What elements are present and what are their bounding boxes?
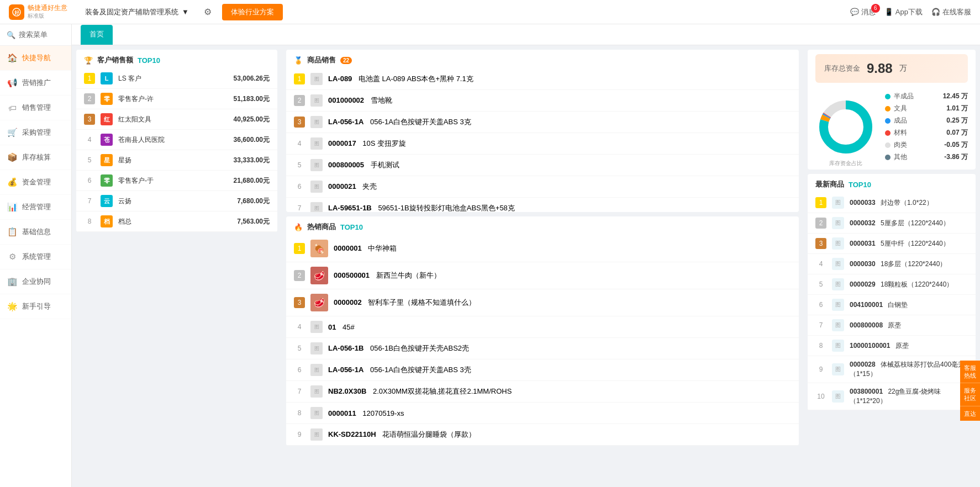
message-item[interactable]: 💬 消息 6 [850,7,876,17]
operations-icon: 📊 [7,202,18,213]
sidebar-item-quick-nav[interactable]: 🏠 快捷导航 [0,46,71,71]
product-info-2: 001000002 雪地靴 [328,96,791,105]
sidebar-item-operations[interactable]: 📊 经营管理 [0,195,71,220]
customer-rank-item: 3 红 红太阳文具 40,925.00元 [76,109,277,130]
online-service-label: 在线客服 [942,7,971,17]
product-thumb-5: 图 [310,159,323,171]
legend-name-2: 文具 [894,104,943,113]
donut-chart: 库存资金占比 [815,97,876,157]
product-name-1: 电池盖 LA-089 ABS本色+黑种 7.1克 [359,75,473,83]
product-info-4: 0000017 10S 变扭罗旋 [328,139,791,149]
rank-number-7: 7 [84,195,95,207]
sidebar-item-basic-info[interactable]: 📋 基础信息 [0,220,71,245]
direct-btn[interactable]: 直达 [960,406,980,421]
basic-info-icon: 📋 [7,226,18,237]
sidebar-item-inventory[interactable]: 📦 库存核算 [0,145,71,170]
customer-avatar-4: 苍 [101,134,113,146]
customer-amount-6: 21,680.00元 [234,176,270,186]
product-name-6: 夹壳 [362,182,377,190]
product-thumb-3: 图 [310,116,323,128]
header-center: 装备及固定资产辅助管理系统 ▼ ⚙ 体验行业方案 [81,4,850,20]
newest-rank-2: 2 [815,218,826,229]
customer-avatar-2: 零 [101,93,113,105]
online-service-item[interactable]: 🎧 在线客服 [931,7,971,17]
legend-name-4: 材料 [894,128,943,137]
hot-product-thumb-1: 🍖 [310,240,328,257]
newest-product-item: 10 图 003800001 22g鱼豆腐-烧烤味（1*12*20） [808,383,976,410]
customer-ranking-card: 🏆 客户销售额 TOP10 1 L LS 客户 53,006.26元 2 [76,50,277,232]
prod-rank-1: 1 [294,73,305,84]
customer-avatar-8: 档 [101,215,113,227]
sidebar-item-new-guide[interactable]: 🌟 新手引导 [0,294,71,319]
hot-product-item: 1 🍖 0000001 中华神箱 [286,235,799,262]
product-count-badge: 22 [340,57,352,64]
inventory-icon: 📦 [7,152,18,163]
customer-amount-1: 53,006.26元 [234,74,270,83]
legend-name-5: 肉类 [894,140,941,150]
prod-rank-6: 6 [294,181,305,192]
customer-rank-item: 8 档 档总 7,563.00元 [76,211,277,232]
newest-rank-9: 9 [815,364,826,375]
newest-info-4: 0000030 18多层（1220*2440） [850,260,968,269]
product-ranking-list: 1 图 LA-089 电池盖 LA-089 ABS本色+黑种 7.1克 2 图 … [286,68,799,212]
product-info-3: LA-056-1A 056-1A白色按键开关盖ABS 3克 [328,117,791,127]
legend-value-4: 0.07 万 [946,128,968,137]
sidebar-label-operations: 经营管理 [22,202,51,212]
content-area: 🏆 客户销售额 TOP10 1 L LS 客户 53,006.26元 2 [72,45,980,487]
donut-container: 库存资金占比 半成品 12.45 万 文具 1.01 万 [808,87,976,170]
newest-thumb-7: 图 [832,319,844,331]
sidebar-label-sales: 销售管理 [22,103,51,113]
newest-rank-8: 8 [815,340,826,351]
sidebar-item-system[interactable]: ⚙ 系统管理 [0,245,71,269]
customer-avatar-7: 云 [101,195,113,207]
search-menu[interactable]: 🔍 搜索菜单 [0,24,71,46]
newest-thumb-8: 图 [832,340,844,352]
newest-code-3: 0000031 [850,240,876,247]
inventory-card: 库存总资金 9.88 万 [808,50,976,170]
newest-info-9: 0000028 体械荔枝味苏打饮品400毫升（1*15） [850,360,968,379]
hot-top10-label: TOP10 [340,223,363,231]
newest-product-item: 7 图 000800008 原垄 [808,315,976,336]
sidebar-item-marketing[interactable]: 📢 营销推广 [0,71,71,96]
medal-icon: 🏅 [294,56,303,65]
hot-product-info-9: KK-SD22110H 花语萌恒温分腿睡袋（厚款） [328,430,791,440]
customer-name-1: LS 客户 [118,74,228,83]
sales-icon: 🏷 [7,102,18,113]
customer-service-btn[interactable]: 客服热线 [960,361,980,384]
newest-name-5: 18颗粒板（1220*2440） [881,280,953,288]
customer-amount-7: 7,680.00元 [237,197,270,206]
sidebar-label-basic-info: 基础信息 [22,227,51,237]
hot-product-name-9: 花语萌恒温分腿睡袋（厚款） [382,430,476,438]
svg-text:好: 好 [14,10,20,15]
hot-rank-7: 7 [294,386,305,397]
customer-amount-5: 33,333.00元 [234,156,270,165]
customer-name-3: 红太阳文具 [118,115,228,124]
product-info-5: 000800005 手机测试 [328,160,791,170]
service-community-btn[interactable]: 服务社区 [960,383,980,406]
product-name-3: 056-1A白色按键开关盖ABS 3克 [370,118,471,126]
sidebar-item-sales[interactable]: 🏷 销售管理 [0,96,71,120]
legend-value-6: -3.86 万 [944,152,968,162]
legend-dot-1 [885,94,891,99]
newest-product-item: 5 图 0000029 18颗粒板（1220*2440） [808,274,976,295]
product-rank-item: 6 图 0000021 夹壳 [286,176,799,198]
logo-badge: 标准版 [28,12,67,20]
customer-name-8: 档总 [118,217,231,226]
product-ranking-title: 商品销售 [307,55,336,65]
hot-product-code-2: 000500001 [334,271,370,279]
gear-button[interactable]: ⚙ [200,4,215,20]
sidebar-label-new-guide: 新手引导 [22,301,51,311]
float-service: 客服热线 服务社区 直达 [960,361,980,421]
sidebar-item-purchase[interactable]: 🛒 采购管理 [0,120,71,145]
trial-button[interactable]: 体验行业方案 [222,4,283,20]
customer-rank-item: 1 L LS 客户 53,006.26元 [76,68,277,89]
sidebar-item-enterprise[interactable]: 🏢 企业协同 [0,269,71,294]
logo-icon: 好 [9,4,24,20]
app-download-item[interactable]: 📱 App下载 [884,7,923,17]
message-badge: 6 [871,4,880,13]
mobile-icon: 📱 [884,8,893,16]
legend-item-4: 材料 0.07 万 [885,128,968,137]
system-selector[interactable]: 装备及固定资产辅助管理系统 ▼ [81,5,193,19]
sidebar-item-finance[interactable]: 💰 资金管理 [0,170,71,195]
tab-home[interactable]: 首页 [81,25,113,45]
